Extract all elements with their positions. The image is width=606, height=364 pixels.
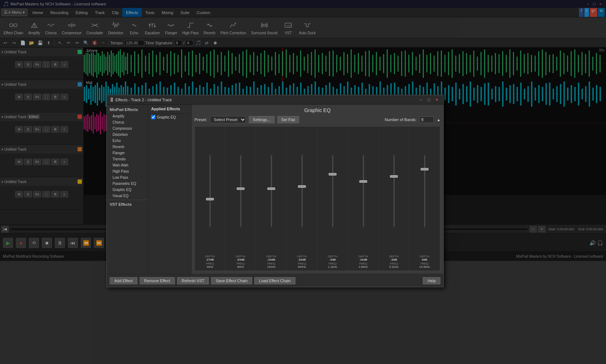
sidebar-item-parametric-eq[interactable]: Parametric EQ — [107, 181, 148, 187]
sidebar-item-graphic-eq[interactable]: Graphic EQ — [107, 187, 148, 193]
eq-band-7: DEPTH-6dBFREQ6.1kHz — [379, 126, 409, 271]
effects-dialog: 🎛 Effects - Track 2 - Untitled Track − □… — [106, 95, 444, 287]
graphic-eq-checkbox[interactable] — [151, 115, 155, 119]
sidebar-item-chorus[interactable]: Chorus — [107, 119, 148, 125]
mixpad-effects-header[interactable]: MixPad Effects — [107, 106, 148, 113]
mixpad-effects-group: MixPad Effects Amplify Chorus Compressor… — [107, 106, 148, 208]
eq-band-7-labels: DEPTH-6dBFREQ6.1kHz — [389, 254, 399, 269]
sidebar-item-distortion[interactable]: Distortion — [107, 132, 148, 138]
effects-sidebar: MixPad Effects Amplify Chorus Compressor… — [107, 105, 148, 274]
eq-band-1-slider-container — [195, 128, 225, 254]
dialog-title-text: Effects - Track 2 - Untitled Track — [115, 98, 172, 102]
eq-title: Graphic EQ — [194, 107, 440, 113]
eq-controls-row: Preset: Select Preset Settings... Set Fl… — [194, 116, 440, 123]
load-effect-chain-button[interactable]: Load Effect Chain — [254, 277, 295, 284]
dialog-title-area: 🎛 Effects - Track 2 - Untitled Track — [110, 97, 172, 102]
bands-spinner-up[interactable]: ▲ — [437, 118, 440, 122]
eq-band-3-thumb[interactable] — [267, 187, 275, 190]
dialog-maximize-button[interactable]: □ — [425, 96, 432, 103]
sidebar-item-echo[interactable]: Echo — [107, 138, 148, 144]
eq-band-1: DEPTH-27dBFREQ33Hz — [195, 126, 225, 271]
applied-effects-header: Applied Effects — [148, 105, 191, 114]
eq-band-3-labels: DEPTH-23dBFREQ191Hz — [266, 254, 276, 269]
sidebar-item-amplify[interactable]: Amplify — [107, 113, 148, 119]
sidebar-item-tremolo[interactable]: Tremolo — [107, 156, 148, 162]
vst-effects-header[interactable]: VST Effects — [107, 201, 148, 208]
graphic-eq-label: Graphic EQ — [157, 115, 176, 119]
eq-band-3-slider-container — [256, 128, 286, 254]
eq-band-4-labels: DEPTH-22dBFREQ454Hz — [297, 254, 307, 269]
dialog-window-buttons: − □ × — [417, 96, 440, 103]
set-flat-button[interactable]: Set Flat — [277, 116, 299, 123]
sidebar-divider — [107, 200, 148, 200]
eq-grid: DEPTH-27dBFREQ33HzDEPTH-23dBFREQ80HzDEPT… — [194, 126, 440, 271]
eq-band-1-labels: DEPTH-27dBFREQ33Hz — [205, 254, 215, 269]
eq-band-5-thumb[interactable] — [329, 173, 337, 176]
applied-effect-graphic-eq: Graphic EQ — [148, 114, 191, 121]
eq-band-3: DEPTH-23dBFREQ191Hz — [256, 126, 287, 271]
sidebar-item-compressor[interactable]: Compressor — [107, 125, 148, 132]
bands-input[interactable] — [420, 116, 434, 123]
eq-band-8: DEPTH0dBFREQ14.5kHz — [409, 126, 440, 271]
modal-overlay: 🎛 Effects - Track 2 - Untitled Track − □… — [0, 0, 606, 364]
sidebar-item-low-pass[interactable]: Low Pass — [107, 174, 148, 181]
dialog-footer: Add Effect Remove Effect Refresh VST Sav… — [107, 274, 443, 287]
eq-band-2-slider-container — [225, 128, 256, 254]
eq-band-5: DEPTH-4dBFREQ1.1kHz — [317, 126, 348, 271]
applied-effects-panel: Applied Effects Graphic EQ — [148, 105, 192, 274]
eq-band-2-track — [240, 155, 241, 227]
eq-panel: Graphic EQ Preset: Select Preset Setting… — [192, 105, 443, 274]
eq-band-7-track — [394, 155, 395, 227]
eq-band-6-thumb[interactable] — [359, 180, 367, 183]
eq-band-5-slider-container — [317, 128, 348, 254]
eq-band-1-track — [210, 155, 211, 227]
eq-band-6-track — [363, 155, 364, 227]
bands-label: Number of Bands: — [385, 117, 417, 122]
add-effect-button[interactable]: Add Effect — [110, 277, 137, 284]
sidebar-item-high-pass[interactable]: High Pass — [107, 168, 148, 174]
refresh-vst-button[interactable]: Refresh VST — [177, 277, 209, 284]
settings-button[interactable]: Settings... — [249, 116, 275, 123]
save-effect-chain-button[interactable]: Save Effect Chain — [211, 277, 252, 284]
sidebar-item-reverb[interactable]: Reverb — [107, 144, 148, 150]
dialog-minimize-button[interactable]: − — [417, 96, 425, 103]
eq-band-7-slider-container — [379, 128, 409, 254]
preset-select[interactable]: Select Preset — [210, 116, 246, 123]
eq-band-1-thumb[interactable] — [206, 198, 214, 200]
eq-band-2-labels: DEPTH-23dBFREQ80Hz — [236, 254, 245, 269]
eq-band-5-track — [332, 155, 333, 227]
eq-band-4: DEPTH-22dBFREQ454Hz — [287, 126, 317, 271]
sidebar-item-visual-eq[interactable]: Visual EQ — [107, 193, 148, 199]
dialog-close-button[interactable]: × — [433, 96, 440, 103]
eq-band-6-slider-container — [348, 128, 378, 254]
eq-band-7-thumb[interactable] — [390, 175, 398, 178]
eq-band-2-thumb[interactable] — [237, 187, 245, 190]
eq-band-4-slider-container — [287, 128, 317, 254]
eq-band-2: DEPTH-23dBFREQ80Hz — [225, 126, 256, 271]
eq-band-6: DEPTH-16dBFREQ2.6kHz — [348, 126, 379, 271]
dialog-titlebar: 🎛 Effects - Track 2 - Untitled Track − □… — [107, 95, 443, 105]
eq-band-8-labels: DEPTH0dBFREQ14.5kHz — [419, 254, 430, 269]
eq-band-3-track — [271, 155, 272, 227]
eq-band-4-thumb[interactable] — [298, 185, 306, 188]
sidebar-item-flanger[interactable]: Flanger — [107, 150, 148, 156]
sidebar-item-wah-wah[interactable]: Wah-Wah — [107, 162, 148, 168]
eq-band-8-track — [424, 155, 425, 227]
dialog-fx-icon: 🎛 — [110, 97, 114, 102]
dialog-body: MixPad Effects Amplify Chorus Compressor… — [107, 105, 443, 274]
eq-band-8-slider-container — [409, 128, 440, 254]
eq-band-5-labels: DEPTH-4dBFREQ1.1kHz — [328, 254, 337, 269]
help-button[interactable]: Help — [423, 277, 440, 284]
remove-effect-button[interactable]: Remove Effect — [140, 277, 175, 284]
eq-band-4-track — [302, 155, 303, 227]
preset-label: Preset: — [194, 117, 207, 122]
eq-band-8-thumb[interactable] — [421, 168, 429, 170]
eq-band-6-labels: DEPTH-16dBFREQ2.6kHz — [358, 254, 368, 269]
